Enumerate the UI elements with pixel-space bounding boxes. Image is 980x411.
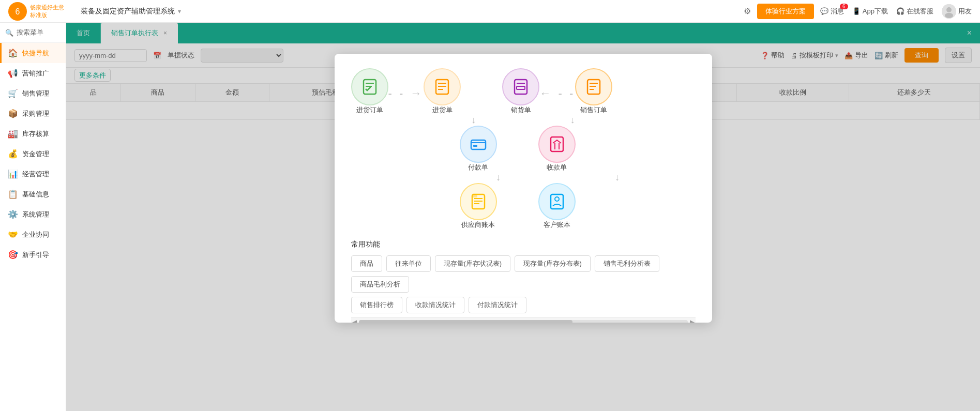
purchase-order-icon[interactable] bbox=[351, 68, 388, 105]
system-dropdown-icon[interactable]: ▾ bbox=[178, 8, 181, 15]
sidebar-label-quick-nav: 快捷导航 bbox=[22, 49, 49, 58]
sidebar-label-base-info: 基础信息 bbox=[22, 190, 49, 199]
func-btn-stock-status[interactable]: 现存量(库存状况表) bbox=[435, 255, 511, 272]
common-functions-title: 常用功能 bbox=[351, 240, 696, 249]
trial-button[interactable]: 体验行业方案 bbox=[757, 4, 814, 19]
message-badge: 6 bbox=[840, 4, 848, 9]
search-icon: 🔍 bbox=[5, 29, 13, 37]
func-btn-customer-supplier[interactable]: 往来单位 bbox=[386, 255, 431, 272]
wf-col-1: 进货订单 bbox=[351, 68, 388, 115]
logo-text: 畅康通好生意 标准版 bbox=[30, 4, 64, 19]
func-btn-product[interactable]: 商品 bbox=[351, 255, 382, 272]
v-arrow-payment: ↓ bbox=[460, 172, 537, 183]
sidebar-label-purchase: 采购管理 bbox=[22, 109, 49, 118]
download-icon: 📱 bbox=[852, 7, 861, 15]
supplier-ledger-icon[interactable] bbox=[460, 183, 497, 220]
arrow-so-to-ss: ← - - bbox=[539, 87, 575, 115]
func-btn-product-margin[interactable]: 商品毛利分析 bbox=[351, 276, 409, 293]
sales-order-label: 销售订单 bbox=[580, 105, 607, 115]
func-btn-sales-rank[interactable]: 销售排行榜 bbox=[351, 297, 402, 313]
sidebar-search[interactable]: 🔍 搜索菜单 bbox=[0, 23, 66, 43]
guide-icon: 🎯 bbox=[8, 250, 18, 260]
sidebar-label-sales: 销售管理 bbox=[22, 89, 49, 98]
purchase-slip-icon[interactable] bbox=[424, 68, 461, 105]
sidebar-label-guide: 新手引导 bbox=[22, 250, 49, 260]
system-title: 装备及固定资产辅助管理系统 ▾ bbox=[81, 7, 737, 16]
workflow-modal: 进货订单 - - → 进货单 bbox=[335, 54, 712, 323]
logo-text-line2: 标准版 bbox=[30, 11, 64, 19]
settings-icon[interactable]: ⚙ bbox=[744, 6, 751, 16]
spacer10 bbox=[537, 172, 579, 183]
common-functions: 常用功能 商品 往来单位 现存量(库存状况表) 现存量(库存分布表) 销售毛利分… bbox=[351, 240, 696, 313]
message-icon: 💬 bbox=[820, 7, 828, 15]
sales-slip-icon[interactable] bbox=[502, 68, 539, 105]
purchase-slip-label: 进货单 bbox=[432, 105, 453, 115]
spacer2 bbox=[415, 115, 441, 126]
svg-text:6: 6 bbox=[16, 7, 20, 16]
v-arrow-ps: ↓ bbox=[441, 115, 506, 126]
sales-order-icon[interactable] bbox=[575, 68, 612, 105]
sidebar-item-marketing[interactable]: 📢 营销推广 bbox=[0, 63, 66, 83]
scroll-track[interactable] bbox=[359, 320, 688, 323]
sidebar-item-inventory[interactable]: 🏭 库存核算 bbox=[0, 124, 66, 144]
wf-col-4: 销售订单 bbox=[575, 68, 612, 115]
sidebar-item-sales[interactable]: 🛒 销售管理 bbox=[0, 83, 66, 103]
func-btn-payment-stat[interactable]: 付款情况统计 bbox=[469, 297, 526, 313]
spacer1 bbox=[351, 115, 416, 126]
sales-slip-label: 销货单 bbox=[511, 105, 531, 115]
supplier-ledger-label: 供应商账本 bbox=[461, 220, 495, 230]
modal-overlay: 进货订单 - - → 进货单 bbox=[66, 23, 980, 411]
app-download-action[interactable]: 📱 App下载 bbox=[852, 7, 888, 16]
wf-col-payment: 付款单 bbox=[460, 126, 497, 172]
sidebar-item-quick-nav[interactable]: 🏠 快捷导航 bbox=[0, 43, 66, 63]
sidebar: 🔍 搜索菜单 🏠 快捷导航 📢 营销推广 🛒 销售管理 📦 采购管理 🏭 bbox=[0, 23, 66, 411]
arrow-po-to-ps: - - → bbox=[388, 87, 424, 115]
func-btn-receipt-stat[interactable]: 收款情况统计 bbox=[406, 297, 464, 313]
wf-col-3: 销货单 bbox=[502, 68, 539, 115]
scroll-right-arrow[interactable]: ▶ bbox=[690, 318, 695, 323]
sidebar-label-marketing: 营销推广 bbox=[22, 69, 49, 78]
online-service-label: 在线客服 bbox=[907, 7, 933, 16]
finance-icon: 💰 bbox=[8, 149, 18, 159]
wf-col-supplier: 供应商账本 bbox=[460, 183, 497, 230]
func-buttons-row1: 商品 往来单位 现存量(库存状况表) 现存量(库存分布表) 销售毛利分析表 商品… bbox=[351, 255, 696, 293]
workflow-diagram: 进货订单 - - → 进货单 bbox=[351, 68, 696, 230]
message-action[interactable]: 💬 消息 6 bbox=[820, 7, 844, 16]
top-bar: 6 畅康通好生意 标准版 装备及固定资产辅助管理系统 ▾ ⚙ 体验行业方案 💬 … bbox=[0, 0, 980, 23]
user-action[interactable]: 用友 bbox=[942, 4, 972, 19]
svg-point-3 bbox=[946, 7, 952, 12]
system-name: 装备及固定资产辅助管理系统 bbox=[81, 7, 175, 16]
sidebar-label-inventory: 库存核算 bbox=[22, 129, 49, 139]
sidebar-item-finance[interactable]: 💰 资金管理 bbox=[0, 144, 66, 164]
sidebar-item-guide[interactable]: 🎯 新手引导 bbox=[0, 245, 66, 265]
sidebar-search-label: 搜索菜单 bbox=[17, 28, 43, 37]
svg-point-31 bbox=[555, 197, 559, 201]
sidebar-item-base-info[interactable]: 📋 基础信息 bbox=[0, 184, 66, 204]
func-btn-stock-dist[interactable]: 现存量(库存分布表) bbox=[515, 255, 591, 272]
online-service-action[interactable]: 🎧 在线客服 bbox=[896, 7, 933, 16]
modal-scrollbar[interactable]: ◀ ▶ bbox=[351, 317, 696, 323]
svg-rect-19 bbox=[471, 140, 486, 149]
wf-col-receipt: 收款单 bbox=[538, 126, 576, 172]
spacer5 bbox=[631, 115, 696, 126]
sidebar-item-purchase[interactable]: 📦 采购管理 bbox=[0, 103, 66, 124]
sidebar-label-enterprise: 企业协同 bbox=[22, 230, 49, 239]
sidebar-item-system[interactable]: ⚙️ 系统管理 bbox=[0, 204, 66, 224]
v-arrow-ss: ↓ bbox=[540, 115, 605, 126]
sidebar-label-finance: 资金管理 bbox=[22, 149, 49, 159]
spacer3 bbox=[506, 115, 540, 126]
func-btn-sales-margin[interactable]: 销售毛利分析表 bbox=[595, 255, 659, 272]
receipt-slip-icon[interactable] bbox=[538, 126, 576, 163]
payment-slip-icon[interactable] bbox=[460, 126, 497, 163]
main-area: 🔍 搜索菜单 🏠 快捷导航 📢 营销推广 🛒 销售管理 📦 采购管理 🏭 bbox=[0, 23, 980, 411]
scroll-thumb bbox=[359, 320, 572, 323]
sidebar-item-operations[interactable]: 📊 经营管理 bbox=[0, 164, 66, 184]
marketing-icon: 📢 bbox=[8, 68, 18, 78]
avatar-icon bbox=[942, 4, 956, 19]
sales-icon: 🛒 bbox=[8, 88, 18, 98]
logo-area: 6 畅康通好生意 标准版 bbox=[8, 2, 74, 21]
payment-slip-label: 付款单 bbox=[468, 163, 488, 172]
sidebar-item-enterprise[interactable]: 🤝 企业协同 bbox=[0, 224, 66, 245]
scroll-left-arrow[interactable]: ◀ bbox=[352, 318, 357, 323]
customer-ledger-icon[interactable] bbox=[538, 183, 576, 220]
